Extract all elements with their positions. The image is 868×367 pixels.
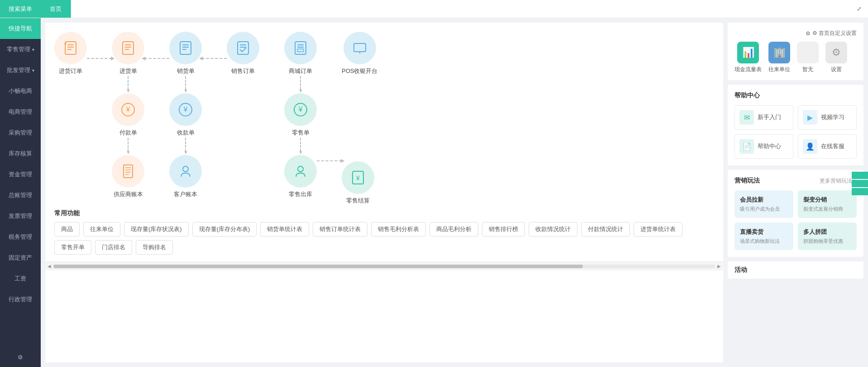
node-xiaoshou-dingdan[interactable]: 销售订单: [227, 32, 259, 75]
activity-title: 活动: [734, 266, 857, 274]
func-button[interactable]: 零售开单: [54, 240, 91, 255]
func-button[interactable]: 销售毛利分析表: [371, 222, 426, 237]
node-lingshou-chuku[interactable]: 零售出库: [284, 155, 317, 198]
help-item-icon: 👤: [803, 139, 817, 154]
help-item-label: 帮助中心: [758, 142, 781, 150]
svg-rect-15: [295, 42, 306, 54]
sidebar-item-admin[interactable]: 行政管理: [0, 289, 41, 310]
sidebar-item-quick-nav[interactable]: 快捷导航: [0, 18, 41, 39]
sidebar-item-ecom[interactable]: 电商管理: [0, 101, 41, 122]
marketing-item-title: 直播卖货: [740, 228, 788, 236]
sidebar-item-purchase[interactable]: 采购管理: [0, 122, 41, 143]
main-layout: 快捷导航 零售管理 ▾ 批发管理 ▾ 小畅电商 电商管理 采购管理 库存核算 资: [0, 18, 868, 367]
sidebar: 快捷导航 零售管理 ▾ 批发管理 ▾ 小畅电商 电商管理 采购管理 库存核算 资: [0, 18, 41, 367]
sidebar-item-xc-ecom[interactable]: 小畅电商: [0, 81, 41, 101]
float-button[interactable]: 桌面快捷: [852, 188, 868, 195]
svg-rect-20: [355, 45, 364, 50]
tab-home[interactable]: 首页: [41, 0, 71, 18]
help-item-label: 在线客服: [821, 142, 844, 150]
float-button[interactable]: 客服热线: [852, 172, 868, 179]
node-kehu-zhangben[interactable]: 客户账本: [169, 155, 202, 198]
icon-fukuan-dan: ¥: [112, 93, 144, 126]
icon-jinhuo-dan: [112, 32, 144, 64]
sidebar-item-finance[interactable]: 资金管理: [0, 164, 41, 185]
help-grid: ✉新手入门▶视频学习📄帮助中心👤在线客服: [734, 105, 857, 159]
scroll-right-arrow[interactable]: ▶: [717, 264, 721, 269]
func-buttons-container: 商品往来单位现存量(库存状况表)现存量(库存分布表)销货单统计表销售订单统计表销…: [54, 222, 714, 255]
quick-icon-box: ⚙: [825, 42, 847, 63]
func-button[interactable]: 现存量(库存分布表): [192, 222, 257, 237]
func-button[interactable]: 商品: [54, 222, 80, 237]
quick-icon-item[interactable]: ⚙设置: [825, 42, 847, 73]
sidebar-item-fixed-assets[interactable]: 固定资产: [0, 247, 41, 268]
search-menu-button[interactable]: 搜索菜单: [0, 0, 41, 18]
quick-icon-label: 暂无: [802, 66, 813, 73]
svg-point-35: [298, 166, 303, 172]
svg-rect-8: [180, 42, 191, 54]
more-marketing-link[interactable]: 更多营销玩法 >: [820, 177, 857, 185]
svg-rect-29: [124, 165, 133, 178]
node-xiaohuo-dan[interactable]: 销货单: [169, 32, 202, 75]
func-button[interactable]: 收款情况统计: [529, 222, 577, 237]
expand-icon[interactable]: ⤢: [854, 5, 863, 14]
help-item[interactable]: 📄帮助中心: [734, 134, 793, 159]
retail-arrow: ▾: [32, 47, 34, 52]
marketing-item[interactable]: 多人拼团拼团购物享受优惠: [798, 222, 857, 250]
sidebar-item-wholesale[interactable]: 批发管理 ▾: [0, 60, 41, 81]
sidebar-gear-button[interactable]: ⚙: [0, 348, 41, 367]
node-lingshou-dan[interactable]: ¥ 零售单: [284, 93, 317, 137]
help-item-icon: ▶: [803, 110, 817, 125]
func-button[interactable]: 门店排名: [95, 240, 132, 255]
scroll-bar[interactable]: ◀ ▶: [45, 261, 723, 270]
icon-shoukuan-dan: ¥: [169, 93, 202, 126]
quick-icon-item[interactable]: 暂无: [797, 42, 819, 73]
marketing-item[interactable]: 会员拉新吸引用户成为会员: [734, 190, 793, 218]
scroll-left-arrow[interactable]: ◀: [48, 264, 51, 269]
marketing-item-title: 会员拉新: [740, 196, 788, 204]
sidebar-item-inventory[interactable]: 库存核算: [0, 143, 41, 164]
node-jinhuo-dan[interactable]: 进货单: [112, 32, 144, 75]
icon-gongyingshang-zhangben: [112, 155, 144, 188]
sidebar-item-retail[interactable]: 零售管理 ▾: [0, 39, 41, 60]
help-item[interactable]: ▶视频学习: [798, 105, 857, 130]
func-button[interactable]: 往来单位: [83, 222, 120, 237]
marketing-item-desc: 裂变式发展分销商: [803, 206, 851, 212]
float-button[interactable]: 服务社区: [852, 180, 868, 187]
marketing-item[interactable]: 直播卖货场景式购物新玩法: [734, 222, 793, 250]
func-button[interactable]: 付款情况统计: [581, 222, 630, 237]
top-bar: 搜索菜单 首页 ⤢: [0, 0, 868, 18]
quick-icon-item[interactable]: 🏢往来单位: [768, 42, 790, 73]
node-lingshou-jiesuan[interactable]: ¥ 零售结算: [342, 138, 374, 205]
func-button[interactable]: 商品毛利分析: [429, 222, 478, 237]
svg-rect-4: [123, 42, 134, 54]
help-item[interactable]: ✉新手入门: [734, 105, 793, 130]
sidebar-item-invoice[interactable]: 发票管理: [0, 206, 41, 227]
sidebar-item-salary[interactable]: 工资: [0, 268, 41, 289]
func-button[interactable]: 现存量(库存状况表): [124, 222, 189, 237]
gear-icon-small: ⚙: [806, 30, 811, 37]
node-shangcheng-dingdan[interactable]: 商城订单: [284, 32, 317, 75]
svg-text:¥: ¥: [356, 174, 360, 182]
help-item[interactable]: 👤在线客服: [798, 134, 857, 159]
node-gongyingshang-zhangben[interactable]: 供应商账本: [112, 155, 144, 198]
sidebar-item-tax[interactable]: 税务管理: [0, 227, 41, 247]
func-button[interactable]: 导购排名: [136, 240, 173, 255]
scroll-track[interactable]: [53, 265, 715, 268]
sidebar-item-ledger[interactable]: 总账管理: [0, 185, 41, 206]
func-button[interactable]: 销售订单统计表: [313, 222, 367, 237]
func-button[interactable]: 销货单统计表: [260, 222, 309, 237]
marketing-item[interactable]: 裂变分销裂变式发展分销商: [798, 190, 857, 218]
customize-homepage-button[interactable]: ⚙ ⚙ 首页自定义设置: [806, 29, 857, 37]
icon-xiaoshou-dingdan: [227, 32, 259, 64]
quick-icon-box: [797, 42, 819, 63]
node-fukuan-dan[interactable]: ¥ 付款单: [112, 93, 144, 137]
marketing-title: 营销玩法: [734, 177, 760, 185]
node-pos[interactable]: POS收银开台: [342, 32, 377, 75]
icon-shangcheng-dingdan: [284, 32, 317, 64]
func-button[interactable]: 销售排行榜: [482, 222, 525, 237]
func-button[interactable]: 进货单统计表: [634, 222, 682, 237]
flow-diagram: 进货订单 ▶ 进货单: [45, 23, 723, 209]
quick-icon-item[interactable]: 📊现金流量表: [734, 42, 762, 73]
node-jinhuo-dingdan[interactable]: 进货订单: [54, 32, 87, 75]
node-shoukuan-dan[interactable]: ¥ 收款单: [169, 93, 202, 137]
